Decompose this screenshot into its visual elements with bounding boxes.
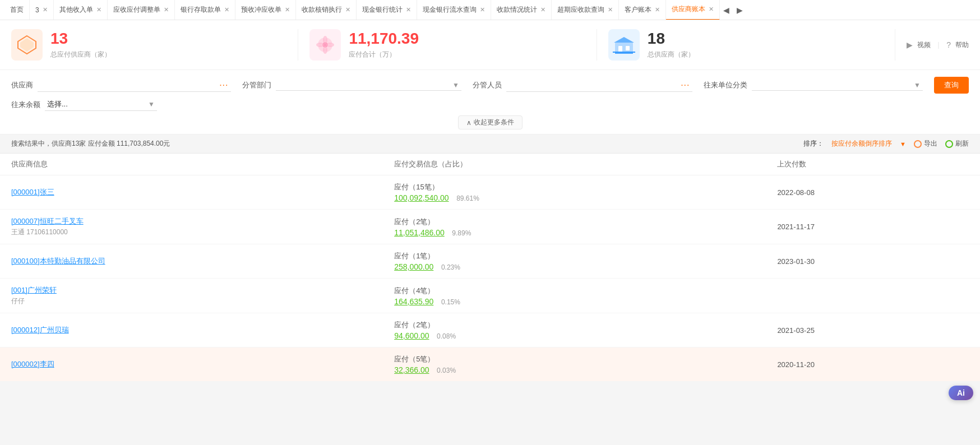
nav-tab-verify-label: 收款核销执行 bbox=[302, 5, 342, 15]
export-circle-icon bbox=[914, 140, 922, 148]
nav-tab-cash-query[interactable]: 现金银行流水查询 ✕ bbox=[417, 0, 491, 20]
supplier-input-wrap: ··· bbox=[38, 79, 231, 92]
close-icon[interactable]: ✕ bbox=[406, 6, 411, 13]
svg-marker-1 bbox=[20, 38, 34, 52]
nav-tab-receipt-stat[interactable]: 收款情况统计 ✕ bbox=[491, 0, 552, 20]
close-icon[interactable]: ✕ bbox=[655, 6, 660, 13]
close-icon[interactable]: ✕ bbox=[96, 6, 101, 13]
stat-content-amount: 11,170.39 应付合计（万） bbox=[349, 30, 419, 59]
supplier-link-6[interactable]: [000002]李四 bbox=[11, 359, 394, 369]
department-label: 分管部门 bbox=[242, 80, 271, 90]
close-icon[interactable]: ✕ bbox=[43, 6, 48, 13]
export-button[interactable]: 导出 bbox=[914, 139, 937, 149]
stat-icon-store bbox=[608, 29, 640, 61]
stat-block-total-suppliers: 18 总供应商（家） bbox=[608, 29, 895, 61]
supplier-table: 供应商信息 应付交易信息（占比） 上次付数 [000001]张三 应付（15笔）… bbox=[0, 154, 980, 382]
tx-label-1: 应付（15笔） bbox=[394, 182, 777, 192]
last-pay-2: 2021-11-17 bbox=[777, 222, 969, 231]
tx-amount-2[interactable]: 11,051,486.00 bbox=[394, 228, 445, 237]
nav-tab-home[interactable]: 首页 bbox=[4, 0, 30, 20]
tx-info-6: 应付（5笔） 32,366.00 0.03% bbox=[394, 354, 777, 374]
close-icon[interactable]: ✕ bbox=[345, 6, 350, 13]
close-icon[interactable]: ✕ bbox=[164, 6, 169, 13]
table-row: [001]广州荣轩 仔仔 应付（4笔） 164,635.90 0.15% bbox=[0, 279, 980, 313]
nav-tab-home-label: 首页 bbox=[10, 5, 24, 15]
supplier-input[interactable] bbox=[40, 81, 219, 89]
last-pay-1: 2022-08-08 bbox=[777, 188, 969, 197]
tx-amount-3[interactable]: 258,000.00 bbox=[394, 262, 433, 271]
nav-tab-other-income[interactable]: 其他收入单 ✕ bbox=[54, 0, 108, 20]
stat-block-suppliers: 13 总应付供应商（家） bbox=[11, 29, 298, 61]
close-icon[interactable]: ✕ bbox=[480, 6, 485, 13]
search-field-person: 分管人员 ··· bbox=[473, 79, 692, 92]
tx-info-4: 应付（4笔） 164,635.90 0.15% bbox=[394, 286, 777, 306]
table-row: [000002]李四 应付（5笔） 32,366.00 0.03% 2020-1… bbox=[0, 347, 980, 382]
svg-rect-11 bbox=[615, 43, 633, 53]
collapse-button[interactable]: ∧ 收起更多条件 bbox=[458, 115, 523, 129]
tx-pct-4: 0.15% bbox=[441, 298, 460, 306]
search-row-1: 供应商 ··· 分管部门 ▼ 分管人员 ··· 往来单位分类 ▼ bbox=[11, 77, 969, 94]
nav-tab-supplier-book[interactable]: 供应商账本 ✕ bbox=[666, 0, 720, 20]
supplier-link-3[interactable]: [000100]本特勤油品有限公司 bbox=[11, 256, 394, 266]
tx-label-6: 应付（5笔） bbox=[394, 354, 777, 364]
refresh-label: 刷新 bbox=[955, 139, 969, 149]
person-input[interactable] bbox=[509, 81, 681, 89]
balance-select[interactable]: 选择... ▼ bbox=[45, 98, 157, 111]
tx-amount-5[interactable]: 94,600.00 bbox=[394, 331, 429, 340]
supplier-link-1[interactable]: [000001]张三 bbox=[11, 187, 394, 197]
chevron-down-icon: ▼ bbox=[452, 81, 459, 89]
category-select[interactable]: ▼ bbox=[752, 80, 923, 91]
supplier-info-3: [000100]本特勤油品有限公司 bbox=[11, 256, 394, 266]
tx-pct-6: 0.03% bbox=[437, 367, 456, 374]
chevron-down-icon: ▼ bbox=[148, 100, 155, 108]
supplier-link-4[interactable]: [001]广州荣轩 bbox=[11, 285, 394, 295]
circle-icon-help: ? bbox=[946, 40, 951, 49]
last-pay-5: 2021-03-25 bbox=[777, 326, 969, 335]
nav-tab-cash-stat-label: 现金银行统计 bbox=[362, 5, 403, 15]
svg-marker-14 bbox=[614, 37, 634, 43]
close-icon[interactable]: ✕ bbox=[540, 6, 546, 13]
stat-block-amount: 11,170.39 应付合计（万） bbox=[309, 29, 597, 61]
supplier-info-1: [000001]张三 bbox=[11, 187, 394, 197]
close-icon[interactable]: ✕ bbox=[709, 6, 714, 13]
table-header-col3: 上次付数 bbox=[777, 159, 969, 169]
last-pay-3: 2023-01-30 bbox=[777, 257, 969, 266]
nav-tab-overdue[interactable]: 超期应收款查询 ✕ bbox=[552, 0, 619, 20]
tx-amount-6[interactable]: 32,366.00 bbox=[394, 365, 429, 374]
supplier-dots-icon[interactable]: ··· bbox=[219, 80, 228, 90]
supplier-sub-4: 仔仔 bbox=[11, 296, 394, 306]
export-label: 导出 bbox=[924, 139, 937, 149]
close-icon[interactable]: ✕ bbox=[224, 6, 229, 13]
supplier-link-5[interactable]: [000012]广州贝瑞 bbox=[11, 325, 394, 335]
nav-tab-3[interactable]: 3 ✕ bbox=[30, 0, 54, 20]
search-bar: 供应商 ··· 分管部门 ▼ 分管人员 ··· 往来单位分类 ▼ bbox=[0, 70, 980, 135]
right-actions: 排序： 按应付余额倒序排序 ▼ 导出 刷新 bbox=[803, 139, 969, 149]
refresh-button[interactable]: 刷新 bbox=[945, 139, 969, 149]
nav-tab-customer-book[interactable]: 客户账本 ✕ bbox=[619, 0, 666, 20]
help-link[interactable]: 帮助 bbox=[955, 40, 969, 50]
supplier-label: 供应商 bbox=[11, 80, 33, 90]
supplier-info-6: [000002]李四 bbox=[11, 359, 394, 369]
nav-tab-cash-stat[interactable]: 现金银行统计 ✕ bbox=[357, 0, 417, 20]
nav-tab-verify[interactable]: 收款核销执行 ✕ bbox=[296, 0, 357, 20]
close-icon[interactable]: ✕ bbox=[285, 6, 290, 13]
tx-amount-4[interactable]: 164,635.90 bbox=[394, 297, 433, 306]
stats-bar: 13 总应付供应商（家） 11,170.39 应付合计（万） bbox=[0, 20, 980, 70]
nav-tab-adjust[interactable]: 应收应付调整单 ✕ bbox=[108, 0, 175, 20]
video-link[interactable]: 视频 bbox=[917, 40, 931, 50]
query-button[interactable]: 查询 bbox=[934, 77, 969, 94]
supplier-link-2[interactable]: [000007]恒旺二手叉车 bbox=[11, 216, 394, 226]
nav-tab-bank[interactable]: 银行存取款单 ✕ bbox=[175, 0, 235, 20]
stat-icon-flower bbox=[309, 29, 341, 61]
tx-pct-1: 89.61% bbox=[456, 194, 479, 202]
close-icon[interactable]: ✕ bbox=[608, 6, 613, 13]
nav-next-arrow[interactable]: ▶ bbox=[733, 0, 747, 20]
tx-amount-1[interactable]: 100,092,540.00 bbox=[394, 193, 449, 202]
nav-tab-advance[interactable]: 预收冲应收单 ✕ bbox=[235, 0, 296, 20]
sort-value[interactable]: 按应付余额倒序排序 bbox=[831, 139, 892, 149]
tx-amount-row-3: 258,000.00 0.23% bbox=[394, 262, 777, 271]
person-label: 分管人员 bbox=[473, 80, 502, 90]
person-dots-icon[interactable]: ··· bbox=[681, 80, 690, 90]
department-select[interactable]: ▼ bbox=[276, 80, 462, 91]
nav-prev-arrow[interactable]: ◀ bbox=[720, 0, 733, 20]
